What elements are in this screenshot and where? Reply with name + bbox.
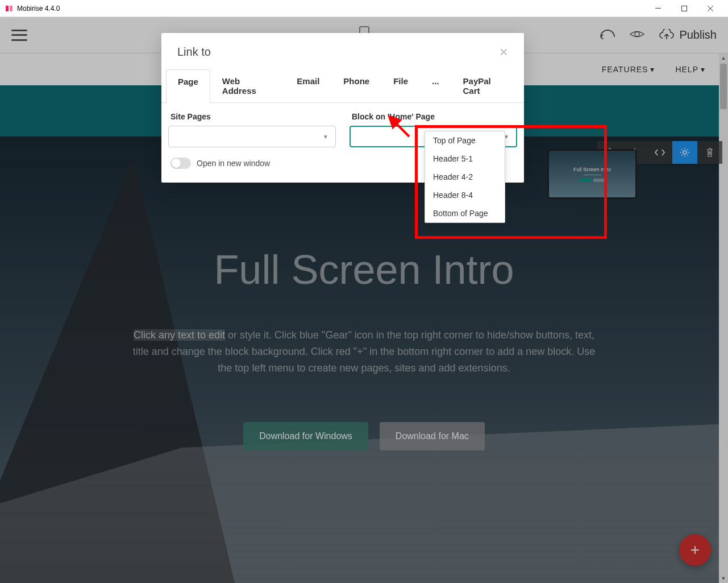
svg-rect-0 [6,6,9,11]
modal-title: Link to [177,46,211,59]
chevron-down-icon: ▼ [323,134,328,140]
block-on-page-label: Block on 'Home' Page [350,112,517,121]
dropdown-item-bottom[interactable]: Bottom of Page [425,204,505,222]
dropdown-item-header-4-2[interactable]: Header 4-2 [425,168,505,186]
open-new-window-label: Open in new window [197,159,270,168]
tab-email[interactable]: Email [285,69,331,102]
tab-page[interactable]: Page [166,69,210,103]
app-icon [5,4,14,13]
window-title: Mobirise 4.4.0 [17,5,60,13]
svg-rect-2 [655,8,661,9]
tab-phone[interactable]: Phone [331,69,381,102]
tab-file[interactable]: File [381,69,420,102]
tab-paypal-cart[interactable]: PayPal Cart [451,69,519,102]
block-dropdown-list: Top of Page Header 5-1 Header 4-2 Header… [425,131,505,223]
dropdown-item-header-8-4[interactable]: Header 8-4 [425,186,505,204]
modal-tabs: Page Web Address Email Phone File ... Pa… [161,61,524,103]
modal-close-icon[interactable]: × [500,43,508,61]
dropdown-item-top[interactable]: Top of Page [425,131,505,150]
close-button[interactable] [697,0,723,17]
dropdown-item-header-5-1[interactable]: Header 5-1 [425,150,505,168]
maximize-button[interactable] [671,0,697,17]
minimize-button[interactable] [645,0,671,17]
tab-more[interactable]: ... [420,69,451,102]
svg-rect-1 [10,6,13,11]
tab-web-address[interactable]: Web Address [210,69,285,102]
window-titlebar: Mobirise 4.4.0 [0,0,728,17]
svg-rect-3 [682,6,687,11]
site-pages-dropdown[interactable]: ▼ [168,126,336,147]
site-pages-label: Site Pages [168,112,336,121]
open-new-window-toggle[interactable] [170,158,191,169]
